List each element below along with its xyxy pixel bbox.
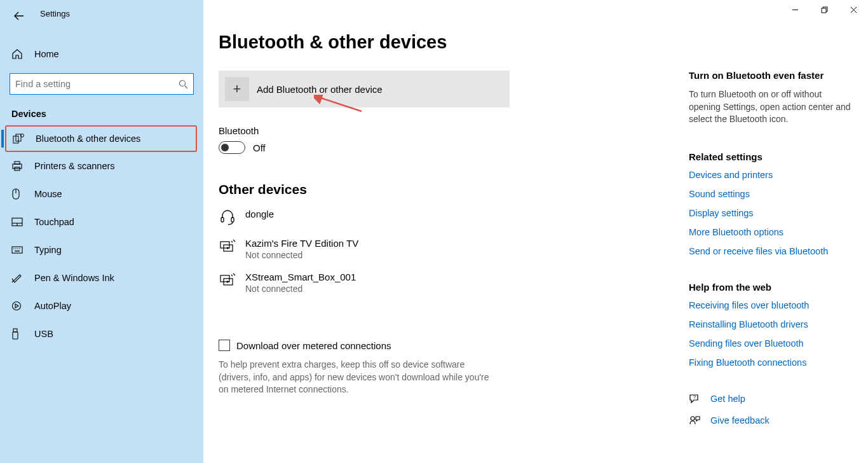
related-link[interactable]: Sound settings xyxy=(689,189,854,199)
svg-point-0 xyxy=(180,80,186,86)
mouse-icon xyxy=(11,188,25,200)
device-text: Kazim's Fire TV Edition TV Not connected xyxy=(245,238,358,260)
svg-rect-5 xyxy=(15,162,20,164)
sidebar-item-label: Bluetooth & other devices xyxy=(36,134,140,144)
help-link[interactable]: Reinstalling Bluetooth drivers xyxy=(689,319,854,329)
main-area: Bluetooth & other devices + Add Bluetoot… xyxy=(203,0,868,463)
sidebar-item-printers[interactable]: Printers & scanners xyxy=(0,152,203,180)
keyboard-icon xyxy=(11,244,25,256)
metered-check-row: Download over metered connections xyxy=(219,340,676,351)
tip-section: Turn on Bluetooth even faster To turn Bl… xyxy=(689,70,854,126)
svg-point-18 xyxy=(13,302,21,310)
svg-point-31 xyxy=(691,417,695,420)
get-help-icon: ? xyxy=(689,393,702,404)
sidebar-item-label: Touchpad xyxy=(34,217,74,227)
device-status: Not connected xyxy=(245,250,358,260)
tip-head: Turn on Bluetooth even faster xyxy=(689,70,854,81)
media-device-icon xyxy=(219,272,236,289)
page-title: Bluetooth & other devices xyxy=(219,32,676,53)
related-link[interactable]: More Bluetooth options xyxy=(689,227,854,237)
svg-point-15 xyxy=(17,248,18,249)
sidebar-item-label: Typing xyxy=(34,245,62,255)
svg-rect-17 xyxy=(15,251,20,251)
content-column: Bluetooth & other devices + Add Bluetoot… xyxy=(219,32,676,463)
bluetooth-toggle-row: Off xyxy=(219,141,676,154)
svg-rect-4 xyxy=(13,164,22,169)
add-device-button[interactable]: + Add Bluetooth or other device xyxy=(219,71,510,107)
toggle-knob xyxy=(221,144,229,151)
get-help-row[interactable]: ? Get help xyxy=(689,393,854,404)
help-link[interactable]: Fixing Bluetooth connections xyxy=(689,357,854,368)
bluetooth-label: Bluetooth xyxy=(219,125,676,136)
add-device-label: Add Bluetooth or other device xyxy=(257,84,383,95)
right-panel: Turn on Bluetooth even faster To turn Bl… xyxy=(689,32,854,463)
device-item[interactable]: XStream_Smart_Box_001 Not connected xyxy=(219,272,676,294)
pen-icon xyxy=(11,272,25,284)
sidebar-item-bluetooth[interactable]: Bluetooth & other devices xyxy=(5,125,197,152)
feedback-icon xyxy=(689,415,702,426)
sidebar-item-typing[interactable]: Typing xyxy=(0,236,203,264)
device-status: Not connected xyxy=(245,284,356,294)
window-controls xyxy=(780,0,868,19)
get-help-label: Get help xyxy=(710,394,745,404)
device-item[interactable]: Kazim's Fire TV Edition TV Not connected xyxy=(219,238,676,260)
touchpad-icon xyxy=(11,216,25,228)
sidebar-item-label: USB xyxy=(34,329,53,339)
sidebar-home[interactable]: Home xyxy=(0,41,203,67)
device-name: Kazim's Fire TV Edition TV xyxy=(245,238,358,249)
metered-checkbox[interactable] xyxy=(219,340,230,351)
back-button[interactable] xyxy=(6,6,32,25)
search-box[interactable] xyxy=(10,73,194,95)
sidebar-item-autoplay[interactable]: AutoPlay xyxy=(0,292,203,320)
metered-description: To help prevent extra charges, keep this… xyxy=(219,359,498,396)
sidebar-item-label: Printers & scanners xyxy=(34,161,115,171)
sidebar-item-pen[interactable]: Pen & Windows Ink xyxy=(0,264,203,292)
close-button[interactable] xyxy=(839,0,868,19)
maximize-button[interactable] xyxy=(810,0,839,19)
other-devices-head: Other devices xyxy=(219,182,676,197)
device-name: XStream_Smart_Box_001 xyxy=(245,272,356,282)
back-arrow-icon xyxy=(14,11,24,20)
usb-icon xyxy=(11,328,25,340)
device-name: dongle xyxy=(245,209,274,219)
sidebar-item-label: Mouse xyxy=(34,189,62,199)
device-item[interactable]: dongle xyxy=(219,209,676,226)
help-link[interactable]: Receiving files over bluetooth xyxy=(689,300,854,310)
headset-icon xyxy=(219,209,236,226)
printer-icon xyxy=(11,160,25,172)
related-link[interactable]: Send or receive files via Bluetooth xyxy=(689,246,854,256)
related-link[interactable]: Display settings xyxy=(689,208,854,218)
device-text: dongle xyxy=(245,209,274,221)
help-head: Help from the web xyxy=(689,282,854,293)
search-input[interactable] xyxy=(15,79,179,89)
sidebar-item-usb[interactable]: USB xyxy=(0,320,203,348)
media-device-icon xyxy=(219,238,236,256)
bluetooth-devices-icon xyxy=(13,132,27,145)
related-section: Related settings Devices and printers So… xyxy=(689,151,854,256)
app-title: Settings xyxy=(40,9,70,18)
sidebar-item-mouse[interactable]: Mouse xyxy=(0,180,203,208)
sidebar-section-head: Devices xyxy=(0,95,203,125)
device-text: XStream_Smart_Box_001 Not connected xyxy=(245,272,356,294)
sidebar-item-label: AutoPlay xyxy=(34,301,71,311)
related-head: Related settings xyxy=(689,151,854,162)
svg-rect-19 xyxy=(13,329,17,332)
svg-line-23 xyxy=(319,97,362,111)
svg-point-14 xyxy=(15,248,16,249)
give-feedback-label: Give feedback xyxy=(710,415,770,425)
arrow-annotation xyxy=(314,95,365,114)
svg-rect-22 xyxy=(822,8,826,13)
svg-text:?: ? xyxy=(693,395,696,399)
bluetooth-toggle[interactable] xyxy=(219,141,245,154)
sidebar-item-label: Pen & Windows Ink xyxy=(34,273,114,283)
sidebar-item-touchpad[interactable]: Touchpad xyxy=(0,208,203,236)
svg-rect-12 xyxy=(12,247,22,253)
help-link[interactable]: Sending files over Bluetooth xyxy=(689,338,854,349)
give-feedback-row[interactable]: Give feedback xyxy=(689,415,854,426)
related-link[interactable]: Devices and printers xyxy=(689,170,854,180)
sidebar: Settings Home Devices Bluetooth & other … xyxy=(0,0,203,463)
svg-point-16 xyxy=(19,248,20,249)
svg-rect-24 xyxy=(221,218,224,222)
toggle-state-label: Off xyxy=(253,142,266,153)
minimize-button[interactable] xyxy=(780,0,810,19)
